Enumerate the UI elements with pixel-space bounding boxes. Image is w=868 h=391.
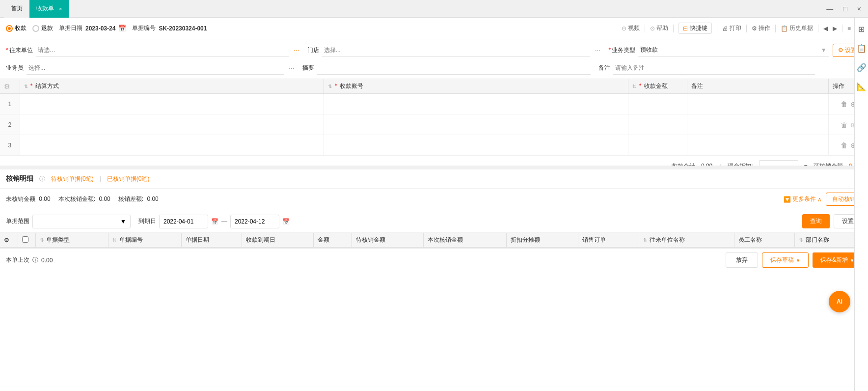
right-panel-icon4[interactable]: 📐 [857,79,867,94]
cal-from-icon[interactable]: 📅 [211,218,218,225]
video-btn[interactable]: ⊙ 视频 [622,24,640,32]
kuaijian-btn[interactable]: ⊟ 快捷键 [678,23,712,34]
pending-tab[interactable]: 待核销单据(0笔) [51,175,94,183]
maximize-btn[interactable]: □ [840,4,850,14]
divider4 [746,25,747,32]
amount-cell-3[interactable] [628,135,687,156]
bottom-bar-right: 放弃 保存草稿 ∧ 保存&新增 ∧ [726,252,862,268]
close-btn[interactable]: × [854,4,864,14]
bottom-action-bar: 本单上次 ⓘ 0.00 放弃 保存草稿 ∧ 保存&新增 ∧ [0,248,868,272]
history-icon: 📋 [781,25,788,32]
hexiao-section: 核销明细 ⓘ 待核销单据(0笔) | 已核销单据(0笔) 未核销金额 0.00 … [0,168,868,248]
date-to-input[interactable] [230,215,279,228]
date-field: 单据日期 2023-03-24 📅 [59,24,126,32]
minimize-btn[interactable]: — [823,4,836,14]
date-value[interactable]: 2023-03-24 [85,25,115,32]
shop-input[interactable] [322,43,590,57]
radio-tuikuan[interactable]: 退款 [32,24,53,32]
account-cell-1[interactable] [324,94,628,114]
counterpart-more-btn[interactable]: ··· [294,46,299,54]
biz-type-field: *业务类型 预收款 ▼ [608,43,828,57]
right-panel-icon3[interactable]: 🔗 [857,60,867,75]
remark-cell-2[interactable] [687,114,829,135]
tab-shoukuan[interactable]: 收款单 × [29,0,69,18]
layout1-btn[interactable]: ≡ [847,25,851,32]
sort-icon3: ⇅ [632,84,636,89]
summary-field: 摘要 [302,61,591,75]
row-num-3: 3 [0,135,20,156]
nav-next-btn[interactable]: ▶ [833,25,837,32]
bth-bill-type: ⇅ 单据类型 [35,233,108,248]
bill-range-field: 单据范围 ▼ [6,215,131,228]
bth-amount: 金额 [314,233,352,248]
hexiao-info-icon[interactable]: ⓘ [39,175,45,183]
more-conditions-btn[interactable]: 🔽 更多条件 ∧ [784,195,822,203]
th-amount: ⇅ * 收款金额 [628,79,687,94]
bill-range-select[interactable]: ▼ [32,215,131,228]
actions-btn[interactable]: ⚙ 操作 [752,24,770,32]
delete-icon-2[interactable]: 🗑 [841,121,847,129]
diff-label: 核销差额: [118,196,143,202]
due-date-label: 到期日 [138,217,156,225]
summary-input[interactable] [317,61,591,75]
history-btn[interactable]: 📋 历史单据 [781,24,813,32]
bth-employee: 员工名称 [734,233,794,248]
th-settlement: ⇅ * 结算方式 [20,79,324,94]
ai-badge[interactable]: Ai [829,291,850,312]
shop-label: 门店 [307,46,319,55]
sort-icon-bt2: ⇅ [112,237,116,243]
amount-cell-2[interactable] [628,114,687,135]
th-settings-col[interactable]: ⚙ [0,79,20,94]
salesman-more-btn[interactable]: ··· [289,64,295,72]
right-panel-icon2[interactable]: 📋 [857,41,867,56]
delete-icon-3[interactable]: 🗑 [841,141,847,149]
radio-tuikuan-dot [32,25,39,32]
window-controls: — □ × [823,4,864,14]
tab-close-icon[interactable]: × [59,6,62,12]
abandon-btn[interactable]: 放弃 [726,252,758,268]
remark-cell-3[interactable] [687,135,829,156]
divider1 [645,25,645,32]
help-btn[interactable]: ⊙ 帮助 [650,24,668,32]
save-draft-arrow-icon: ∧ [796,257,800,264]
settlement-cell-2[interactable] [20,114,324,135]
account-cell-2[interactable] [324,114,628,135]
save-draft-btn[interactable]: 保存草稿 ∧ [762,252,809,268]
account-cell-3[interactable] [324,135,628,156]
remark-cell-1[interactable] [687,94,829,114]
settlement-cell-1[interactable] [20,94,324,114]
bth-pending: 待核销金额 [352,233,424,248]
available-label: 可核销金额 [814,162,843,168]
cal-to-icon[interactable]: 📅 [282,218,290,225]
remark-label: 备注 [598,64,610,72]
query-btn[interactable]: 查询 [802,214,830,228]
bth-settings[interactable]: ⚙ [0,233,18,248]
this-order-info-icon[interactable]: ⓘ [32,256,38,264]
delete-icon-1[interactable]: 🗑 [841,100,847,108]
select-all-checkbox[interactable] [22,236,28,243]
date-from-input[interactable] [159,215,208,228]
biz-type-arrow-icon: ▼ [821,47,827,54]
counterpart-input[interactable] [36,43,289,57]
discount-input[interactable] [759,160,798,168]
remark-input[interactable] [613,61,815,75]
right-panel: ⊞ 📋 🔗 📐 [854,18,868,391]
print-btn[interactable]: 🖨 打印 [722,24,741,32]
done-tab[interactable]: 已核销单据(0笔) [107,175,150,183]
counterpart-field: *往来单位 ··· [6,43,299,57]
billnum-value[interactable]: SK-20230324-001 [159,25,207,32]
right-panel-icon1[interactable]: ⊞ [858,22,865,37]
settlement-cell-3[interactable] [20,135,324,156]
nav-prev-btn[interactable]: ◀ [823,25,828,32]
amount-cell-1[interactable] [628,94,687,114]
unverified-val: 0.00 [39,196,50,202]
tab-home[interactable]: 首页 [4,0,29,18]
table-footer: 收款合计 0.00 + 现金折扣: = 可核销金额 0.00 [0,156,868,168]
toolbar-right-actions: ⊙ 视频 ⊙ 帮助 ⊟ 快捷键 🖨 打印 ⚙ 操作 [622,23,862,34]
bill-type-radio-group: 收款 退款 [6,24,53,32]
radio-shoukuan[interactable]: 收款 [6,24,27,32]
shop-more-btn[interactable]: ··· [595,46,601,54]
biz-type-select[interactable]: 预收款 ▼ [638,43,829,57]
salesman-input[interactable] [27,61,284,75]
calendar-icon[interactable]: 📅 [118,25,126,32]
